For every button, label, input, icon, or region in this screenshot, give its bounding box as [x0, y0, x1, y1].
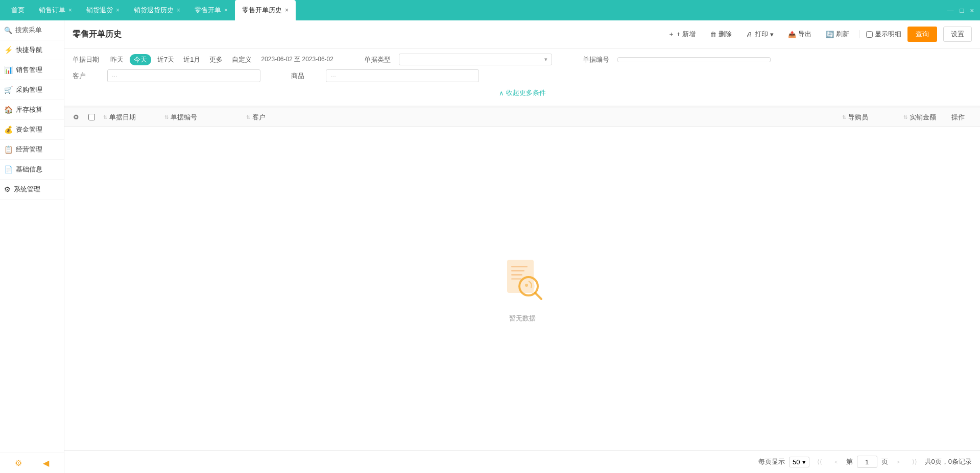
date-filter-label: 单据日期	[73, 55, 103, 64]
svg-rect-3	[511, 274, 522, 276]
svg-point-8	[525, 284, 528, 287]
search-icon: 🔍	[4, 27, 12, 34]
tab-label-retail-history: 零售开单历史	[242, 6, 282, 15]
show-detail-checkbox[interactable]: 显示明细	[866, 30, 901, 39]
last-page-button[interactable]: ⟩⟩	[909, 456, 921, 468]
query-button[interactable]: 查询	[907, 27, 937, 42]
content-area: 零售开单历史 ＋ + 新增 🗑 删除 🖨 打印 ▾	[64, 20, 980, 473]
date-opt-today[interactable]: 今天	[130, 54, 151, 65]
sidebar-icon-basic-info: 📄	[4, 165, 13, 173]
page-title-row: 零售开单历史 ＋ + 新增 🗑 删除 🖨 打印 ▾	[73, 27, 972, 42]
bill-no-label: 单据编号	[583, 55, 613, 64]
select-all-checkbox[interactable]	[88, 114, 95, 120]
date-opt-custom[interactable]: 自定义	[229, 54, 255, 65]
settings-icon[interactable]: ⚙	[15, 458, 22, 468]
date-opt-7days[interactable]: 近7天	[154, 54, 177, 65]
date-opt-1month[interactable]: 近1月	[180, 54, 203, 65]
sidebar-label-finance: 资金管理	[16, 125, 42, 134]
tab-close-sales-order[interactable]: ×	[68, 7, 72, 14]
sidebar-item-quick-nav[interactable]: ⚡快捷导航	[0, 40, 64, 60]
bill-no-input[interactable]	[617, 57, 771, 62]
next-page-button[interactable]: ＞	[892, 456, 904, 468]
per-page-label: 每页显示	[758, 457, 785, 466]
add-label: + 新增	[677, 30, 696, 39]
sidebar-item-operation[interactable]: 📋经营管理	[0, 140, 64, 160]
first-page-button[interactable]: ⟨⟨	[814, 456, 826, 468]
total-info: 共0页，0条记录	[925, 457, 972, 466]
collapse-icon[interactable]: ◀	[43, 458, 49, 468]
sidebar-item-purchase-mgmt[interactable]: 🛒采购管理	[0, 80, 64, 100]
sidebar-item-sales-mgmt[interactable]: 📊销售管理	[0, 60, 64, 80]
tab-close-sales-return[interactable]: ×	[116, 7, 119, 14]
sidebar-icon-quick-nav: ⚡	[4, 46, 13, 54]
refresh-button[interactable]: 🔄 刷新	[822, 28, 853, 41]
page-title: 零售开单历史	[73, 29, 122, 40]
settings-button[interactable]: 设置	[943, 27, 972, 42]
svg-rect-1	[511, 266, 528, 267]
goods-input[interactable]: ···	[326, 69, 479, 82]
tab-label-sales-order: 销售订单	[39, 6, 65, 15]
col-billno-label: 单据编号	[171, 113, 197, 122]
col-amount: ⇅ 实销金额	[889, 113, 940, 122]
tab-label-home: 首页	[11, 6, 25, 15]
sidebar-search[interactable]: 🔍 搜索采单	[0, 20, 64, 40]
tab-sales-order[interactable]: 销售订单×	[32, 0, 79, 20]
date-opt-more[interactable]: 更多	[206, 54, 226, 65]
print-button[interactable]: 🖨 打印 ▾	[742, 28, 778, 41]
sidebar-item-inventory[interactable]: 🏠库存核算	[0, 100, 64, 120]
sidebar-item-basic-info[interactable]: 📄基础信息	[0, 160, 64, 180]
tab-close-retail-open[interactable]: ×	[224, 7, 228, 14]
minimize-btn[interactable]: —	[947, 7, 954, 14]
sidebar-icon-finance: 💰	[4, 126, 13, 134]
refresh-label: 刷新	[836, 30, 849, 39]
tab-label-retail-open: 零售开单	[195, 6, 221, 15]
sidebar-item-sys-mgmt[interactable]: ⚙系统管理	[0, 180, 64, 200]
sidebar-icon-operation: 📋	[4, 145, 13, 154]
date-range-display: 2023-06-02 至 2023-06-02	[261, 55, 333, 64]
customer-input[interactable]: ···	[107, 69, 260, 82]
export-label: 导出	[798, 30, 811, 39]
filter-area: 单据日期 昨天今天近7天近1月更多自定义 2023-06-02 至 2023-0…	[64, 48, 980, 106]
tab-retail-history[interactable]: 零售开单历史×	[235, 0, 296, 20]
refresh-icon: 🔄	[826, 31, 834, 38]
goods-dots: ···	[330, 72, 336, 80]
col-date-label: 单据日期	[109, 113, 136, 122]
sidebar-item-finance[interactable]: 💰资金管理	[0, 120, 64, 140]
svg-point-6	[522, 280, 535, 292]
tab-list: 首页销售订单×销货退货×销货退货历史×零售开单×零售开单历史×	[4, 0, 947, 20]
tab-sales-return[interactable]: 销货退货×	[79, 0, 127, 20]
delete-button[interactable]: 🗑 删除	[706, 28, 736, 41]
collapse-icon: ∧	[499, 89, 504, 97]
prev-page-button[interactable]: ＜	[830, 456, 842, 468]
tab-home[interactable]: 首页	[4, 0, 32, 20]
page-size-select[interactable]: 50 ▾	[789, 457, 809, 467]
bill-type-select[interactable]: ▾	[399, 54, 552, 65]
sidebar-bottom: ⚙ ◀	[0, 453, 64, 473]
table-wrapper: ⚙ ⇅ 单据日期 ⇅ 单据编号 ⇅ 客户 ⇅	[64, 108, 980, 473]
restore-btn[interactable]: □	[960, 7, 964, 14]
date-opt-yesterday[interactable]: 昨天	[107, 54, 127, 65]
show-detail-input[interactable]	[866, 31, 873, 38]
page-number-input[interactable]	[857, 456, 877, 468]
sidebar-search-label: 搜索采单	[15, 26, 42, 35]
tab-sales-return-history[interactable]: 销货退货历史×	[127, 0, 187, 20]
date-options: 昨天今天近7天近1月更多自定义	[107, 54, 255, 65]
main-layout: 🔍 搜索采单 ⚡快捷导航📊销售管理🛒采购管理🏠库存核算💰资金管理📋经营管理📄基础…	[0, 20, 980, 473]
show-detail-label: 显示明细	[875, 30, 901, 39]
sort-customer-icon: ⇅	[246, 114, 250, 120]
collapse-bar[interactable]: ∧ 收起更多条件	[73, 86, 972, 102]
page-size-chevron-icon: ▾	[802, 458, 806, 466]
customer-filter: 客户 ···	[73, 69, 260, 82]
close-btn[interactable]: ×	[970, 7, 974, 14]
tab-retail-open[interactable]: 零售开单×	[187, 0, 235, 20]
delete-label: 删除	[719, 30, 732, 39]
tab-close-sales-return-history[interactable]: ×	[177, 7, 180, 14]
tab-close-retail-history[interactable]: ×	[285, 7, 289, 14]
add-button[interactable]: ＋ + 新增	[664, 28, 700, 41]
pagination: 每页显示 50 ▾ ⟨⟨ ＜ 第 页 ＞ ⟩⟩ 共0页，0条记录	[64, 450, 980, 473]
col-settings[interactable]: ⚙	[68, 113, 84, 121]
col-guide-label: 导购员	[848, 113, 868, 122]
page-size-value: 50	[793, 458, 800, 466]
export-button[interactable]: 📤 导出	[784, 28, 816, 41]
print-label: 打印	[755, 30, 768, 39]
